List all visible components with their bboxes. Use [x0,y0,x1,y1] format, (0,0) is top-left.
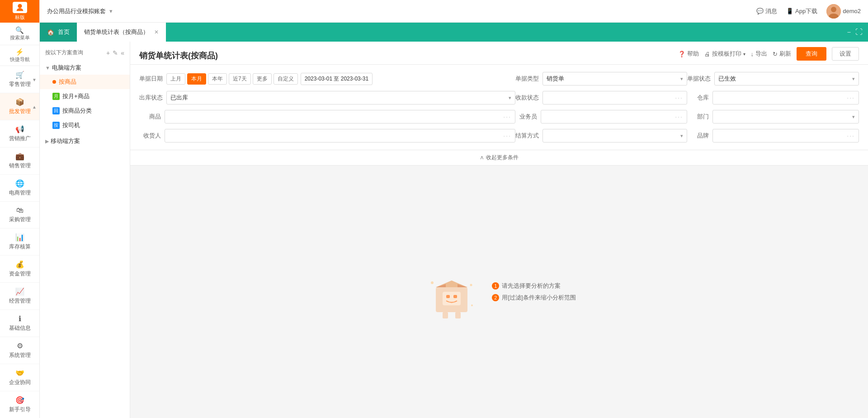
help-icon: ❓ [678,51,685,57]
tab-minimize-icon[interactable]: － [845,28,853,36]
sidebar-item-purchase[interactable]: 🛍 采购管理 [0,202,39,228]
help-btn[interactable]: ❓ 帮助 [678,50,699,58]
doc-status-select[interactable]: 已生效 ▾ [714,72,859,86]
svg-rect-11 [443,312,448,318]
template-print-btn[interactable]: 🖨 按模板打印 ▾ [704,50,745,58]
scheme-group-mobile-header[interactable]: ▶ 移动端方案 [40,134,130,148]
filter-out-status: 出库状态 已出库 ▾ [139,91,515,104]
receiver-dots-icon: ··· [503,132,511,139]
expand-arrow-icon2: ▲ [32,104,37,109]
date-btn-custom[interactable]: 自定义 [274,73,298,85]
scheme-add-icon[interactable]: + [106,49,110,57]
sidebar-item-sales[interactable]: 💼 销售管理 [0,147,39,175]
sidebar-item-basic[interactable]: ℹ 基础信息 [0,310,39,337]
filter-collect-status: 收款状态 ··· [515,91,687,104]
tab-maximize-icon[interactable]: ⛶ [855,28,863,36]
svg-rect-12 [455,312,461,318]
print-icon: 🖨 [704,51,710,57]
header-right: 💬 消息 📱 App下载 demo2 [756,4,861,19]
sidebar-item-retail[interactable]: 🛒 零售管理 ▼ [0,66,39,93]
filter-row-3: 商品 ··· 业务员 ··· 部门 [139,110,859,124]
settings-button[interactable]: 设置 [832,47,859,61]
svg-point-2 [831,7,836,12]
payment-dropdown-icon: ▾ [680,133,683,139]
top-header: 办公用品行业模拟账套 ▾ 💬 消息 📱 App下载 de [40,0,868,23]
sidebar-item-operations[interactable]: 📈 经营管理 [0,283,39,310]
sidebar-item-inventory[interactable]: 📊 库存核算 [0,228,39,256]
doc-type-select[interactable]: 销货单 ▾ [542,72,687,86]
date-btn-this-month[interactable]: 本月 [187,73,206,85]
scheme-item-by-month-goods[interactable]: 月 按月+商品 [40,89,130,104]
active-dot-icon [52,80,56,84]
empty-tip-2: 2 用[过滤]条件来缩小分析范围 [492,294,576,302]
user-profile-btn[interactable]: demo2 [826,4,861,19]
svg-point-14 [470,284,472,286]
finance-icon: 💰 [15,260,24,269]
date-btn-last-month[interactable]: 上月 [166,73,185,85]
goods-select[interactable]: ··· [165,110,515,124]
scheme-item-by-printer[interactable]: 按 按司机 [40,118,130,133]
sidebar-item-newbie[interactable]: 🎯 新手引导 [0,391,39,418]
sidebar-item-finance[interactable]: 💰 资金管理 [0,256,39,283]
doc-status-dropdown-icon: ▾ [852,76,855,82]
sidebar: 标版 🔍 搜索菜单 ⚡ 快捷导航 🛒 零售管理 ▼ 📦 批发管理 ▲ 📢 营销推… [0,0,40,418]
date-btn-more[interactable]: 更多 [253,73,272,85]
page-header-actions: ❓ 帮助 🖨 按模板打印 ▾ ↓ 导出 ↻ 刷新 [678,47,859,64]
date-range-display[interactable]: 2023-03-01 至 2023-03-31 [301,73,373,85]
out-status-select[interactable]: 已出库 ▾ [166,91,515,104]
scheme-edit-icon[interactable]: ✎ [113,49,118,57]
receiver-select[interactable]: ··· [165,129,515,142]
retail-icon: 🛒 [15,71,24,79]
system-icon: ⚙ [17,342,23,350]
sidebar-item-marketing[interactable]: 📢 营销推广 [0,120,39,147]
salesman-select[interactable]: ··· [541,110,687,124]
sidebar-item-quick-nav[interactable]: ⚡ 快捷导航 [0,45,39,66]
dept-select[interactable]: ▾ [712,110,859,124]
sidebar-item-ecommerce[interactable]: 🌐 电商管理 [0,175,39,202]
query-button[interactable]: 查询 [797,47,826,61]
scheme-item-by-goods[interactable]: 按商品 [40,75,130,89]
tab-home[interactable]: 🏠 首页 [40,23,77,42]
app-download-btn[interactable]: 📱 App下载 [786,7,817,15]
download-icon: 📱 [786,8,793,14]
date-btn-last7[interactable]: 近7天 [229,73,251,85]
expand-arrow-icon: ▼ [32,77,37,82]
sidebar-item-system[interactable]: ⚙ 系统管理 [0,337,39,364]
basic-icon: ℹ [19,314,21,323]
warehouse-label: 仓库 [687,94,712,102]
salesman-dots-icon: ··· [675,113,683,120]
home-icon: 🏠 [47,29,54,36]
brand-select[interactable]: ··· [712,129,859,142]
scheme-item-by-goods-cat[interactable]: 回 按商品分类 [40,104,130,118]
refresh-btn[interactable]: ↻ 刷新 [773,50,791,58]
filter-row-2: 出库状态 已出库 ▾ 收款状态 ··· 仓库 [139,91,859,104]
group-expand-icon2: ▶ [45,138,49,144]
tab-report[interactable]: 销货单统计表（按商品） ✕ [77,23,166,42]
sidebar-item-wholesale[interactable]: 📦 批发管理 ▲ [0,93,39,120]
warehouse-select[interactable]: ··· [712,91,859,104]
dept-label: 部门 [687,113,712,121]
scheme-collapse-icon[interactable]: « [121,49,124,57]
payment-select[interactable]: ▾ [542,129,687,142]
goods-label: 商品 [139,113,165,121]
print-dropdown-icon: ▾ [743,52,745,57]
filter-payment: 结算方式 ▾ [515,129,687,142]
brand-dots-icon: ··· [847,132,855,139]
out-status-label: 出库状态 [139,94,166,102]
sidebar-item-search[interactable]: 🔍 搜索菜单 [0,23,39,45]
filter-doc-type: 单据类型 销货单 ▾ [515,72,687,86]
scheme-group-pc-header[interactable]: ▼ 电脑端方案 [40,61,130,75]
messages-btn[interactable]: 💬 消息 [756,7,777,15]
empty-state: 1 请先选择要分析的方案 2 用[过滤]条件来缩小分析范围 [422,262,576,321]
svg-point-15 [471,304,473,306]
wholesale-icon: 📦 [15,98,24,106]
date-btn-this-year[interactable]: 本年 [208,73,227,85]
collect-status-select[interactable]: ··· [542,91,687,104]
export-btn[interactable]: ↓ 导出 [751,50,768,58]
tab-close-icon[interactable]: ✕ [154,29,159,35]
collapse-more-btn[interactable]: ∧ 收起更多条件 [130,150,868,166]
breadcrumb-dropdown-icon[interactable]: ▾ [109,8,113,14]
doc-status-label: 单据状态 [687,75,714,83]
sidebar-item-enterprise[interactable]: 🤝 企业协同 [0,364,39,391]
goods-dots-icon: ··· [503,113,511,120]
